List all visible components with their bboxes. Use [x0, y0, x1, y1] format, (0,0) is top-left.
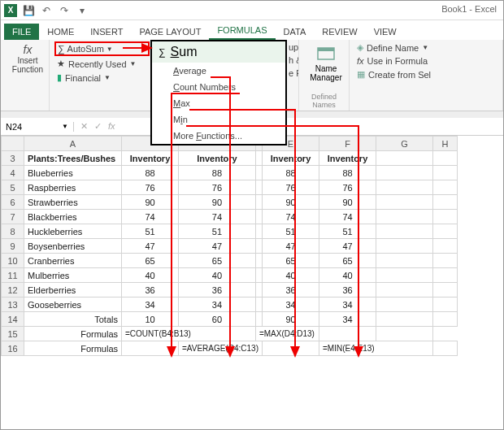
cell[interactable]: 65: [122, 254, 179, 268]
cell[interactable]: 40: [319, 268, 376, 283]
undo-button[interactable]: ↶: [40, 4, 53, 17]
cell[interactable]: Elderberries: [24, 283, 122, 298]
cell[interactable]: 88: [319, 166, 376, 180]
cell[interactable]: [433, 254, 458, 268]
cell[interactable]: [255, 224, 262, 239]
worksheet[interactable]: A E F G H 3Plants:Trees/BushesInventoryI…: [1, 136, 503, 356]
cell[interactable]: 90: [319, 195, 376, 210]
autosum-dropdown-more[interactable]: More Functions...: [152, 128, 285, 144]
autosum-button[interactable]: ∑ AutoSum ▼: [54, 41, 150, 56]
tab-view[interactable]: VIEW: [366, 24, 405, 40]
cell[interactable]: 90: [263, 195, 319, 210]
cell[interactable]: 65: [263, 254, 319, 268]
create-from-selection-button[interactable]: ▦ Create from Sel: [354, 68, 497, 80]
cell[interactable]: [433, 180, 458, 195]
cancel-icon[interactable]: ✕: [80, 121, 88, 132]
cell[interactable]: [433, 151, 458, 166]
define-name-button[interactable]: ◈ Define Name▼: [354, 41, 497, 54]
financial-button[interactable]: ▮ Financial ▼: [54, 72, 150, 84]
cell[interactable]: 74: [319, 210, 376, 224]
row-header[interactable]: 11: [2, 268, 24, 283]
cell[interactable]: [433, 268, 458, 283]
col-header-g[interactable]: G: [376, 137, 433, 151]
cell[interactable]: 36: [122, 283, 179, 298]
cell[interactable]: =MIN(E4:E13): [319, 341, 433, 356]
cell[interactable]: [263, 341, 319, 356]
cell[interactable]: 40: [179, 268, 256, 283]
recently-used-button[interactable]: ★ Recently Used ▼: [54, 58, 150, 70]
cell[interactable]: [376, 298, 433, 312]
cell[interactable]: 76: [122, 180, 179, 195]
cell[interactable]: [433, 298, 458, 312]
select-all-corner[interactable]: [2, 137, 24, 151]
cell[interactable]: [376, 210, 433, 224]
autosum-dropdown-count[interactable]: Count Numbers: [152, 79, 285, 95]
row-header[interactable]: 3: [2, 151, 24, 166]
cell[interactable]: 40: [263, 268, 319, 283]
cell[interactable]: [376, 180, 433, 195]
col-header-a[interactable]: A: [24, 137, 122, 151]
cell[interactable]: 74: [263, 210, 319, 224]
col-header-f[interactable]: F: [319, 137, 376, 151]
cell[interactable]: 76: [263, 180, 319, 195]
col-header-h[interactable]: H: [433, 137, 458, 151]
cell[interactable]: 51: [179, 224, 256, 239]
name-box[interactable]: N24 ▼: [1, 122, 74, 132]
cell[interactable]: 47: [319, 239, 376, 254]
cell[interactable]: 34: [263, 298, 319, 312]
name-manager-button[interactable]: Name Manager: [304, 41, 348, 82]
tab-file[interactable]: FILE: [4, 24, 39, 40]
row-header[interactable]: 16: [2, 341, 24, 356]
row-header[interactable]: 13: [2, 298, 24, 312]
cell[interactable]: 40: [122, 268, 179, 283]
cell[interactable]: Raspberries: [24, 180, 122, 195]
cell[interactable]: 90: [122, 195, 179, 210]
cell[interactable]: [255, 283, 262, 298]
cell[interactable]: Inventory: [319, 151, 376, 166]
autosum-dropdown-average[interactable]: Average: [152, 63, 285, 79]
cell[interactable]: =AVERAGE(C4:C13): [179, 341, 263, 356]
cell[interactable]: Mulberries: [24, 268, 122, 283]
cell[interactable]: [433, 312, 458, 327]
cell[interactable]: 10: [122, 312, 179, 327]
cell[interactable]: 34: [319, 298, 376, 312]
cell[interactable]: 76: [319, 180, 376, 195]
cell[interactable]: 51: [319, 224, 376, 239]
cell[interactable]: 34: [319, 312, 376, 327]
cell[interactable]: [255, 254, 262, 268]
cell[interactable]: Strawberries: [24, 195, 122, 210]
qat-more-button[interactable]: ▾: [76, 4, 89, 17]
cell[interactable]: [255, 180, 262, 195]
cell[interactable]: 36: [263, 283, 319, 298]
cell[interactable]: 47: [263, 239, 319, 254]
cell[interactable]: [255, 195, 262, 210]
fx-icon[interactable]: fx: [108, 121, 115, 132]
cell[interactable]: 65: [179, 254, 256, 268]
cell[interactable]: [376, 239, 433, 254]
cell[interactable]: [255, 166, 262, 180]
cell[interactable]: =MAX(D4:D13): [255, 327, 319, 341]
cell[interactable]: [433, 224, 458, 239]
cell[interactable]: 36: [179, 283, 256, 298]
cell[interactable]: 90: [263, 312, 319, 327]
use-in-formula-button[interactable]: fx Use in Formula: [354, 55, 497, 67]
cell[interactable]: [376, 268, 433, 283]
cell[interactable]: 47: [122, 239, 179, 254]
cell[interactable]: [255, 298, 262, 312]
cell[interactable]: Blackberries: [24, 210, 122, 224]
tab-home[interactable]: HOME: [39, 24, 82, 40]
cell[interactable]: [433, 195, 458, 210]
cell[interactable]: [255, 210, 262, 224]
cell[interactable]: [376, 312, 433, 327]
cell[interactable]: [255, 312, 262, 327]
cell[interactable]: [376, 283, 433, 298]
row-header[interactable]: 5: [2, 180, 24, 195]
cell[interactable]: [433, 239, 458, 254]
cell[interactable]: 90: [179, 195, 256, 210]
cell[interactable]: [433, 283, 458, 298]
cell[interactable]: Inventory: [179, 151, 256, 166]
cell[interactable]: 34: [122, 298, 179, 312]
cell[interactable]: [376, 151, 433, 166]
cell[interactable]: 65: [319, 254, 376, 268]
row-header[interactable]: 9: [2, 239, 24, 254]
